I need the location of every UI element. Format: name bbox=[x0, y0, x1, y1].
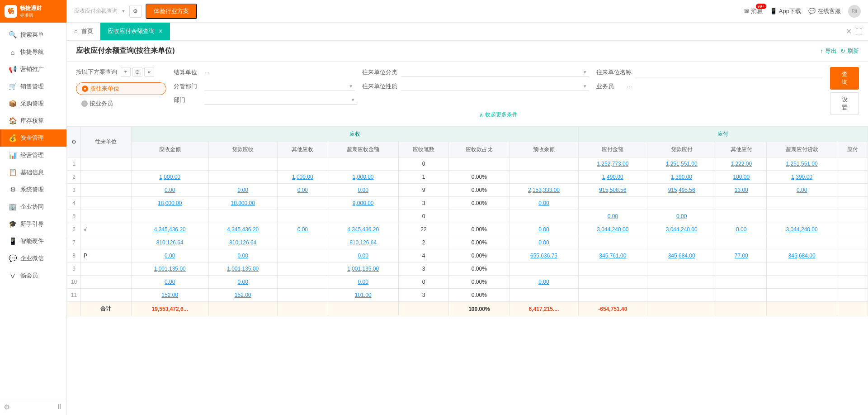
table-cell[interactable]: 0.00 bbox=[578, 210, 647, 223]
table-cell[interactable]: 915,508.56 bbox=[578, 184, 647, 197]
table-cell[interactable] bbox=[767, 276, 837, 289]
table-cell[interactable] bbox=[131, 157, 208, 171]
table-cell[interactable]: 0.00 bbox=[208, 184, 277, 197]
table-cell[interactable]: 1,222.00 bbox=[716, 157, 767, 171]
table-cell[interactable]: 0.00 bbox=[647, 210, 716, 223]
sidebar-item-purchase[interactable]: 📦采购管理 bbox=[0, 95, 66, 112]
table-cell[interactable] bbox=[647, 289, 716, 302]
partner-name-input[interactable] bbox=[635, 67, 823, 77]
table-cell[interactable]: 18,000.00 bbox=[131, 197, 208, 210]
table-cell[interactable]: 1,001,135.00 bbox=[208, 262, 277, 276]
settings-icon[interactable]: ⚙ bbox=[4, 403, 10, 411]
table-cell[interactable]: 655,636.75 bbox=[509, 249, 578, 262]
table-cell[interactable]: 18,000.00 bbox=[208, 197, 277, 210]
dept-mgr-select[interactable]: ▼ bbox=[204, 82, 355, 91]
edit-scheme-icon[interactable]: ⊙ bbox=[132, 67, 142, 77]
collapse-scheme-icon[interactable]: « bbox=[144, 67, 154, 77]
table-cell[interactable]: 1,000.00 bbox=[328, 171, 398, 184]
scheme-by-salesperson[interactable]: ○ 按业务员 bbox=[76, 98, 166, 110]
table-cell[interactable] bbox=[716, 289, 767, 302]
table-cell[interactable]: 0.00 bbox=[509, 276, 578, 289]
table-cell[interactable]: 13.00 bbox=[716, 184, 767, 197]
table-cell[interactable]: 3,044,240.00 bbox=[578, 223, 647, 236]
table-cell[interactable]: 0.00 bbox=[277, 184, 328, 197]
refresh-btn[interactable]: ↻ 刷新 bbox=[840, 47, 859, 55]
table-cell[interactable]: 152.00 bbox=[208, 289, 277, 302]
table-cell[interactable] bbox=[578, 236, 647, 249]
table-cell[interactable]: 0.00 bbox=[208, 276, 277, 289]
table-cell[interactable]: 810,126.64 bbox=[328, 236, 398, 249]
sidebar-item-hardware[interactable]: 📱智能硬件 bbox=[0, 233, 66, 250]
table-cell[interactable]: 0.00 bbox=[131, 184, 208, 197]
table-cell[interactable] bbox=[277, 210, 328, 223]
table-cell[interactable] bbox=[277, 262, 328, 276]
table-cell[interactable]: 4,345,436.20 bbox=[328, 223, 398, 236]
settlement-unit-dots[interactable]: ··· bbox=[204, 69, 210, 76]
table-cell[interactable]: 2,153,333.00 bbox=[509, 184, 578, 197]
sidebar-item-search[interactable]: 🔍搜索菜单 bbox=[0, 26, 66, 43]
table-cell[interactable]: 152.00 bbox=[131, 289, 208, 302]
table-cell[interactable] bbox=[131, 210, 208, 223]
table-cell[interactable] bbox=[509, 171, 578, 184]
table-cell[interactable]: 1,001,135.00 bbox=[131, 262, 208, 276]
collapse-bar[interactable]: ∧ 收起更多条件 bbox=[174, 109, 823, 120]
table-cell[interactable]: 345,761.00 bbox=[578, 249, 647, 262]
table-cell[interactable] bbox=[767, 210, 837, 223]
salesperson-dots[interactable]: ··· bbox=[627, 83, 632, 90]
app-download-btn[interactable]: 📱 App下载 bbox=[770, 7, 801, 15]
messages-btn[interactable]: ✉ 消息 99+ bbox=[744, 7, 763, 15]
settings-btn[interactable]: 设置 bbox=[830, 92, 859, 115]
sidebar-item-finance[interactable]: 💰资金管理 bbox=[0, 129, 66, 147]
table-cell[interactable] bbox=[647, 197, 716, 210]
tab-close-window[interactable]: ✕ bbox=[846, 27, 852, 36]
collapse-icon[interactable]: ⏸ bbox=[56, 403, 63, 411]
table-cell[interactable]: 345,684.00 bbox=[767, 249, 837, 262]
table-cell[interactable] bbox=[509, 289, 578, 302]
table-cell[interactable] bbox=[578, 262, 647, 276]
table-cell[interactable]: 77.00 bbox=[716, 249, 767, 262]
table-cell[interactable] bbox=[716, 197, 767, 210]
table-cell[interactable] bbox=[277, 197, 328, 210]
sidebar-item-base[interactable]: 📋基础信息 bbox=[0, 164, 66, 181]
table-cell[interactable]: 0.00 bbox=[767, 184, 837, 197]
table-cell[interactable] bbox=[277, 289, 328, 302]
table-cell[interactable]: 0.00 bbox=[277, 223, 328, 236]
table-cell[interactable]: 1,490.00 bbox=[578, 171, 647, 184]
tab-close-icon[interactable]: ✕ bbox=[158, 28, 163, 34]
table-cell[interactable]: 0.00 bbox=[509, 223, 578, 236]
table-cell[interactable]: 0.00 bbox=[328, 249, 398, 262]
sidebar-item-management[interactable]: 📊经营管理 bbox=[0, 147, 66, 164]
table-cell[interactable] bbox=[716, 210, 767, 223]
table-cell[interactable]: 4,345,436.20 bbox=[131, 223, 208, 236]
table-cell[interactable] bbox=[767, 289, 837, 302]
table-cell[interactable]: 101.00 bbox=[328, 289, 398, 302]
th-settings[interactable]: ⚙ bbox=[67, 127, 81, 157]
table-cell[interactable] bbox=[767, 262, 837, 276]
table-cell[interactable]: 1,390.00 bbox=[647, 171, 716, 184]
table-cell[interactable] bbox=[509, 262, 578, 276]
scheme-by-partner[interactable]: ● 按往来单位 bbox=[76, 82, 166, 95]
promo-button[interactable]: 体验行业方案 bbox=[146, 4, 197, 19]
table-cell[interactable] bbox=[647, 262, 716, 276]
table-cell[interactable]: 0.00 bbox=[509, 236, 578, 249]
table-cell[interactable]: 1,390.00 bbox=[767, 171, 837, 184]
export-btn[interactable]: ↑ 导出 bbox=[821, 47, 837, 55]
table-cell[interactable] bbox=[647, 236, 716, 249]
table-cell[interactable]: 1,000.00 bbox=[277, 171, 328, 184]
table-cell[interactable]: 810,126.64 bbox=[131, 236, 208, 249]
table-cell[interactable]: 915,495.56 bbox=[647, 184, 716, 197]
table-cell[interactable]: 0.00 bbox=[328, 276, 398, 289]
table-cell[interactable]: 1,000.00 bbox=[131, 171, 208, 184]
table-cell[interactable]: 0.00 bbox=[131, 276, 208, 289]
table-cell[interactable]: 4,345,436.20 bbox=[208, 223, 277, 236]
user-avatar[interactable]: Rit bbox=[848, 5, 861, 18]
table-cell[interactable] bbox=[509, 210, 578, 223]
table-cell[interactable] bbox=[578, 197, 647, 210]
table-cell[interactable] bbox=[208, 157, 277, 171]
table-cell[interactable] bbox=[328, 210, 398, 223]
partner-nature-select[interactable]: ▼ bbox=[401, 82, 589, 91]
sidebar-item-marketing[interactable]: 📢营销推广 bbox=[0, 61, 66, 78]
sidebar-item-nav[interactable]: ⌂快捷导航 bbox=[0, 43, 66, 61]
table-cell[interactable]: 1,251,551.00 bbox=[647, 157, 716, 171]
table-cell[interactable]: 0.00 bbox=[208, 249, 277, 262]
